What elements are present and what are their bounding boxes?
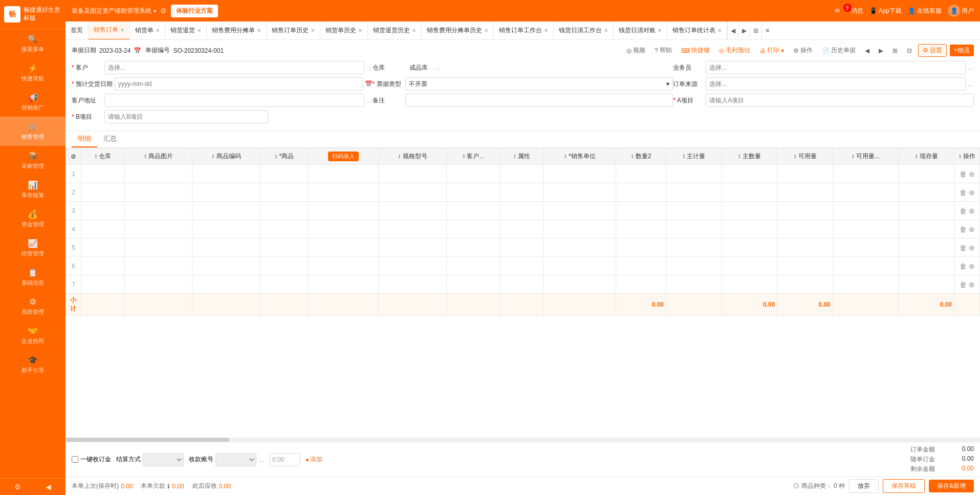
sidebar-item-guide[interactable]: 🎓新手引导 — [0, 350, 66, 379]
tab-next-btn[interactable]: ▶ — [738, 21, 750, 40]
tab-close-sales-refund[interactable]: ✕ — [197, 28, 201, 33]
delete-icon[interactable]: 🗑 — [960, 225, 967, 233]
add-goods-button[interactable]: +物流 — [950, 45, 974, 56]
tab-close-sales-refund-history[interactable]: ✕ — [412, 28, 416, 33]
app-download-item[interactable]: 📱 App下载 — [869, 7, 902, 15]
warehouse-dots-icon[interactable]: … — [434, 64, 440, 71]
online-service-item[interactable]: 👤 在线客服 — [908, 7, 942, 15]
tab-close-sales-return-history[interactable]: ✕ — [358, 28, 362, 33]
tab-cash-reconcile[interactable]: 钱货日清对账✕ — [614, 21, 667, 40]
sidebar-item-finance[interactable]: 💰资金管理 — [0, 204, 66, 233]
nav-next-icon[interactable]: ▶ — [876, 46, 886, 55]
discard-button[interactable]: 放弃 — [849, 479, 879, 493]
dropdown-arrow-icon[interactable]: ▾ — [154, 8, 156, 14]
tab-close-cash-daily-workspace[interactable]: ✕ — [604, 28, 608, 33]
detail-tab-summary[interactable]: 汇总 — [97, 131, 123, 147]
b-project-input[interactable] — [104, 110, 268, 123]
scroll-thumb[interactable] — [66, 438, 229, 442]
operations-btn[interactable]: ⚙ 操作 — [790, 45, 816, 56]
copy-icon[interactable]: ⊕ — [969, 244, 975, 252]
copy-icon[interactable]: ⊕ — [969, 207, 975, 215]
collapse-icon[interactable]: ◀ — [46, 483, 51, 491]
note-input[interactable] — [405, 94, 673, 107]
tab-sales-stats[interactable]: 销售订单统计表✕ — [667, 21, 727, 40]
sidebar-item-sales[interactable]: 🛒销售管理 — [0, 117, 66, 146]
account-dots-icon[interactable]: … — [258, 456, 265, 463]
sidebar-item-inventory[interactable]: 📊库存核算 — [0, 175, 66, 204]
copy-icon[interactable]: ⊕ — [969, 170, 975, 178]
address-input[interactable] — [104, 94, 364, 107]
maximize-icon[interactable]: ⊟ — [904, 46, 915, 55]
solution-button[interactable]: 体验行业方案 — [171, 5, 218, 17]
settings-button[interactable]: ⚙ 设置 — [918, 44, 947, 57]
delete-icon[interactable]: 🗑 — [960, 207, 967, 215]
tab-sales-order[interactable]: 销售订单✕ — [89, 21, 130, 40]
copy-icon[interactable]: ⊕ — [969, 262, 975, 270]
settlement-select[interactable] — [143, 453, 184, 466]
sidebar-item-operations[interactable]: 📈经营管理 — [0, 233, 66, 263]
calendar-small-icon[interactable]: 📅 — [365, 80, 373, 88]
order-source-input[interactable] — [706, 77, 966, 91]
tab-home[interactable]: 首页 — [66, 21, 89, 40]
header-settings-icon[interactable]: ⚙ — [160, 7, 167, 15]
copy-icon[interactable]: ⊕ — [969, 281, 975, 289]
calendar-icon[interactable]: 📅 — [134, 47, 141, 54]
delete-icon[interactable]: 🗑 — [960, 188, 967, 197]
tab-close-sales-order[interactable]: ✕ — [120, 27, 124, 33]
tab-sales-order-history[interactable]: 销售订单历史✕ — [267, 21, 320, 40]
sidebar-item-marketing[interactable]: 📢营销推广 — [0, 88, 66, 117]
tab-sales-return-history[interactable]: 销货单历史✕ — [320, 21, 368, 40]
one-key-checkbox[interactable] — [72, 456, 78, 463]
message-item[interactable]: ✉ 9 消息 — [835, 7, 863, 15]
copy-icon[interactable]: ⊕ — [969, 188, 975, 197]
tab-sales-expense-history[interactable]: 销售费用分摊单历史✕ — [422, 21, 494, 40]
delete-icon[interactable]: 🗑 — [960, 281, 967, 289]
amount-input[interactable] — [270, 453, 300, 466]
tab-sales-refund-history[interactable]: 销货退货历史✕ — [368, 21, 422, 40]
salesperson-input[interactable] — [706, 61, 966, 74]
sidebar-item-basic[interactable]: 📋基础信息 — [0, 263, 66, 292]
sidebar-item-purchase[interactable]: 📦采购管理 — [0, 146, 66, 175]
delivery-date-input[interactable] — [115, 77, 363, 91]
delete-icon[interactable]: 🗑 — [960, 244, 967, 252]
copy-icon[interactable]: ⊕ — [969, 225, 975, 233]
profit-btn[interactable]: ◎ 毛利预估 — [716, 45, 753, 56]
sidebar-item-quicknav[interactable]: ⚡快捷导航 — [0, 58, 66, 88]
user-item[interactable]: 👤 用户 — [948, 5, 974, 17]
account-select[interactable] — [215, 453, 256, 466]
customer-dots-icon[interactable]: … — [366, 64, 373, 71]
col-settings-icon[interactable]: ⚙ — [71, 153, 76, 160]
delete-icon[interactable]: 🗑 — [960, 170, 967, 178]
help-btn[interactable]: ? 帮助 — [651, 45, 675, 56]
tab-sales-refund[interactable]: 销货退货✕ — [165, 21, 207, 40]
tab-expand-btn[interactable]: ⊞ — [750, 21, 761, 40]
delete-icon[interactable]: 🗑 — [960, 262, 967, 270]
tab-sales-order-workspace[interactable]: 销售订单工作台✕ — [494, 21, 554, 40]
shortcut-btn[interactable]: ⌨ 快捷键 — [678, 45, 713, 56]
tab-close-sales-return[interactable]: ✕ — [156, 28, 160, 33]
view-btn[interactable]: ◎ 视频 — [623, 45, 648, 56]
a-project-input[interactable] — [706, 94, 974, 107]
address-dots-icon[interactable]: … — [366, 97, 373, 104]
table-container[interactable]: ⚙↕ 仓库↕ 商品图片↕ 商品编码↕ *商品扫码录入↕ 规格型号↕ 客户...↕… — [66, 148, 980, 438]
save-new-button[interactable]: 保存&新增 — [929, 480, 974, 492]
settings-icon[interactable]: ⚙ — [14, 483, 21, 491]
scan-btn[interactable]: 扫码录入 — [328, 152, 359, 161]
sidebar-item-system[interactable]: ⚙系统管理 — [0, 292, 66, 321]
save-draft-button[interactable]: 保存草稿 — [883, 479, 925, 493]
sidebar-item-enterprise[interactable]: 🤝企业协同 — [0, 321, 66, 350]
add-payment-button[interactable]: ● 添加 — [306, 455, 322, 464]
tab-close-cash-reconcile[interactable]: ✕ — [658, 28, 662, 33]
sidebar-item-search[interactable]: 🔍搜索菜单 — [0, 29, 66, 58]
detail-tab-detail[interactable]: 明细 — [72, 131, 97, 147]
tab-close-sales-expense-history[interactable]: ✕ — [484, 28, 488, 33]
tab-close-sales-order-workspace[interactable]: ✕ — [544, 28, 548, 33]
tab-close-sales-stats[interactable]: ✕ — [717, 28, 722, 33]
invoice-type-select[interactable]: 不开票 ▾ — [405, 77, 673, 91]
horizontal-scrollbar[interactable] — [66, 438, 980, 442]
tab-close-sales-order-history[interactable]: ✕ — [311, 28, 315, 33]
tab-cash-daily-workspace[interactable]: 钱货日清工作台✕ — [554, 21, 614, 40]
nav-prev-icon[interactable]: ◀ — [862, 46, 873, 55]
tab-sales-expense-split[interactable]: 销售费用分摊单✕ — [207, 21, 267, 40]
tab-sales-return[interactable]: 销货单✕ — [130, 21, 165, 40]
